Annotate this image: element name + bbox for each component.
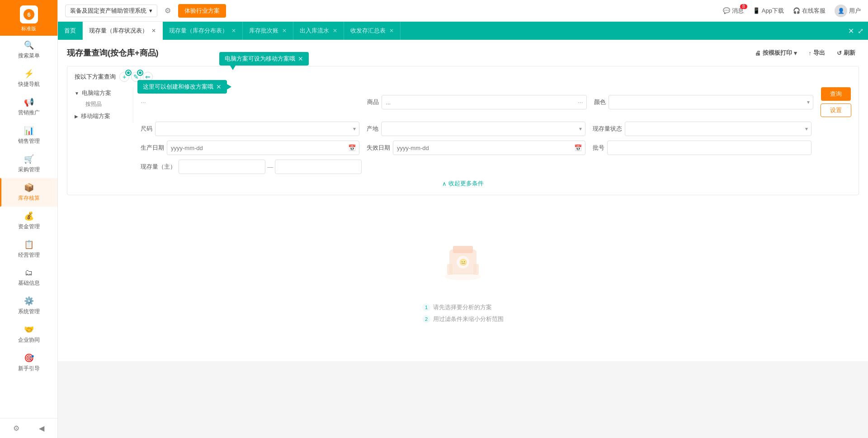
sidebar-item-system[interactable]: ⚙️ 系统管理 (0, 292, 57, 320)
sales-icon: 📊 (24, 126, 34, 136)
message-item[interactable]: 💬 消息 8 (723, 7, 744, 15)
mobile-scheme-group-title[interactable]: ▶ 移动端方案 (75, 110, 127, 122)
sidebar-item-marketing[interactable]: 📢 营销推广 (0, 93, 57, 121)
tab-stock-batch[interactable]: 库存批次账 ✕ (243, 22, 293, 40)
tab-collect-label: 收发存汇总表 (350, 27, 386, 35)
stock-main-field: 现存量（主） — (141, 160, 362, 174)
user-item[interactable]: 👤 用户 (835, 5, 861, 17)
color-field: 颜色 ▾ (594, 95, 813, 109)
phone-icon: 📱 (753, 7, 760, 14)
online-service-item[interactable]: 🎧 在线客服 (793, 7, 826, 15)
search-button[interactable]: 查询 (821, 87, 851, 101)
pc-scheme-group-title[interactable]: ▼ 电脑端方案 (75, 87, 127, 99)
prod-date-wrap: 📅 (167, 141, 359, 155)
refresh-button[interactable]: ↺ 刷新 (833, 47, 859, 59)
hint-num-2: 2 (422, 315, 430, 323)
stock-status-select-wrap: ▾ (625, 122, 811, 136)
expiry-date-input[interactable] (393, 141, 585, 155)
stock-status-select[interactable] (625, 122, 811, 136)
tab-stock-dist[interactable]: 现存量（库存分布表） ✕ (163, 22, 243, 40)
tooltip-bubble-2: 这里可以创建和修改方案哦 ✕ (137, 80, 227, 94)
enterprise-icon: 🤝 (24, 325, 34, 334)
tab-in-out-label: 出入库流水 (300, 27, 329, 35)
print-label: 按模板打印 (763, 49, 792, 57)
top-header: 装备及固定资产辅助管理系统 ▾ ⚙ 体验行业方案 💬 消息 8 📱 App下载 … (58, 0, 868, 22)
guide-icon: 🎯 (24, 353, 34, 363)
stock-main-to[interactable] (275, 160, 362, 174)
tab-stock-status-label: 现存量（库存状况表） (89, 27, 148, 35)
trial-button[interactable]: 体验行业方案 (178, 4, 226, 18)
prod-date-input[interactable] (167, 141, 359, 155)
sidebar-item-label: 资金管理 (18, 223, 40, 231)
tab-close-icon[interactable]: ✕ (151, 28, 156, 34)
sidebar-item-basic[interactable]: 🗂 基础信息 (0, 264, 57, 292)
sidebar-bottom: ⚙ ◀ (0, 418, 57, 438)
scheme-item[interactable]: 按照品 (82, 99, 127, 109)
goods-input[interactable] (382, 95, 586, 109)
dot-indicator-edit (138, 71, 142, 75)
tooltip-close-2[interactable]: ✕ (216, 83, 222, 90)
app-selector[interactable]: 装备及固定资产辅助管理系统 ▾ (65, 5, 157, 17)
edit-icon: ✎ (133, 73, 139, 80)
tab-collect[interactable]: 收发存汇总表 ✕ (344, 22, 401, 40)
filter-row-4: 现存量（主） — (141, 160, 851, 174)
tab-close-icon[interactable]: ✕ (333, 28, 337, 34)
batch-input[interactable] (607, 141, 811, 155)
collapse-more[interactable]: ∧ 收起更多条件 (75, 176, 851, 189)
app-logo-icon: 6 (20, 5, 38, 24)
tooltip-close-1[interactable]: ✕ (298, 55, 303, 62)
add-scheme-button[interactable]: + (119, 72, 129, 82)
page-actions: 🖨 按模板打印 ▾ ↑ 导出 ↺ 刷新 (751, 47, 859, 59)
plus-icon: + (123, 73, 126, 80)
sidebar-item-label: 营销推广 (18, 109, 40, 117)
tab-close-all-icon[interactable]: ✕ (848, 27, 854, 35)
search-buttons: 查询 设置 (821, 87, 851, 117)
avatar: 👤 (835, 5, 847, 17)
settings-icon[interactable]: ⚙ (165, 6, 171, 15)
headset-icon: 🎧 (793, 7, 800, 14)
sidebar-item-guide[interactable]: 🎯 新手引导 (0, 349, 57, 377)
tab-close-icon[interactable]: ✕ (389, 28, 394, 34)
mobile-scheme-label: 移动端方案 (81, 112, 110, 120)
tab-expand-icon[interactable]: ⤢ (858, 27, 863, 35)
swap-icon: ⇐ (145, 73, 151, 80)
stock-status-label: 现存量状态 (593, 125, 622, 133)
page-title-row: 现存量查询(按仓库+商品) 🖨 按模板打印 ▾ ↑ 导出 ↺ 刷新 (67, 47, 859, 59)
origin-select[interactable] (381, 122, 585, 136)
empty-state: 😐 1 请先选择要分析的方案 2 用过滤条件来缩小分析范围 (67, 195, 859, 354)
collapse-sidebar-icon[interactable]: ◀ (39, 424, 44, 433)
sidebar-item-search[interactable]: 🔍 搜索菜单 (0, 36, 57, 64)
print-button[interactable]: 🖨 按模板打印 ▾ (751, 47, 801, 59)
tab-bar: 首页 现存量（库存状况表） ✕ 现存量（库存分布表） ✕ 库存批次账 ✕ 出入库… (58, 22, 868, 40)
sidebar-item-finance[interactable]: 💰 资金管理 (0, 207, 57, 235)
sidebar-item-purchase[interactable]: 🛒 采购管理 (0, 150, 57, 178)
sidebar-item-enterprise[interactable]: 🤝 企业协同 (0, 320, 57, 349)
filter-label: 按以下方案查询 (75, 73, 116, 81)
size-select-wrap: ▾ (155, 122, 359, 136)
sidebar-item-operation[interactable]: 📋 经营管理 (0, 235, 57, 264)
origin-select-wrap: ▾ (381, 122, 585, 136)
export-button[interactable]: ↑ 导出 (805, 47, 829, 59)
sidebar-item-sales[interactable]: 📊 销售管理 (0, 121, 57, 150)
color-select[interactable] (609, 95, 813, 109)
user-label: 用户 (849, 7, 861, 15)
page-title: 现存量查询(按仓库+商品) (67, 47, 159, 58)
svg-text:6: 6 (27, 11, 30, 18)
chevron-right-icon: ▶ (75, 114, 78, 119)
tab-in-out[interactable]: 出入库流水 ✕ (293, 22, 344, 40)
tab-close-icon[interactable]: ✕ (231, 28, 236, 34)
sidebar-item-quick-nav[interactable]: ⚡ 快捷导航 (0, 64, 57, 93)
sidebar-item-stock[interactable]: 📦 库存核算 (0, 178, 57, 207)
stock-main-from[interactable] (179, 160, 265, 174)
tab-close-icon[interactable]: ✕ (282, 28, 287, 34)
reset-button[interactable]: 设置 (821, 104, 851, 117)
sidebar-item-label: 系统管理 (18, 308, 40, 316)
filter-section: 按以下方案查询 + ✎ ⇐ (67, 66, 859, 195)
app-download-item[interactable]: 📱 App下载 (753, 7, 784, 15)
size-select[interactable] (155, 122, 359, 136)
settings-bottom-icon[interactable]: ⚙ (13, 424, 19, 433)
tooltip-bubble-1: 电脑方案可设为移动方案哦 ✕ (219, 52, 309, 66)
tab-home[interactable]: 首页 (58, 22, 83, 40)
stock-icon: 📦 (24, 183, 34, 193)
tab-stock-status[interactable]: 现存量（库存状况表） ✕ (83, 22, 163, 40)
